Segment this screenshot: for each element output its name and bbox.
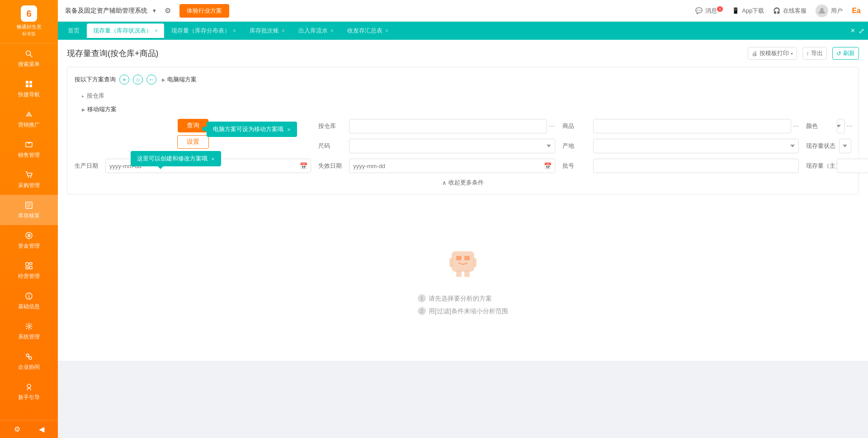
management-icon	[24, 261, 34, 271]
svg-rect-14	[26, 267, 28, 269]
scheme-mobile-item[interactable]: ▶ 移动端方案	[82, 105, 851, 113]
tab-summary-close[interactable]: ×	[385, 28, 388, 34]
refresh-icon: ↺	[836, 50, 841, 57]
origin-select[interactable]	[593, 139, 799, 153]
expire-date-calendar-icon[interactable]: 📅	[544, 162, 552, 170]
sidebar-item-label: 企业协同	[18, 363, 40, 371]
collapse-up-icon: ∧	[442, 179, 447, 186]
export-button[interactable]: ↑ 导出	[802, 47, 827, 60]
produce-date-calendar-icon[interactable]: 📅	[300, 162, 307, 170]
tooltip-pc-text: 电脑方案可设为移动方案哦	[213, 125, 283, 133]
arrow-scheme-btn[interactable]: ←	[146, 75, 156, 85]
tab-stock-dist[interactable]: 现存量（库存分布表） ×	[165, 24, 242, 38]
sidebar-item-guide[interactable]: 新手引导	[0, 377, 58, 407]
reset-button[interactable]: 设置	[177, 135, 209, 149]
tab-inout-close[interactable]: ×	[330, 28, 334, 34]
tab-stock-dist-close[interactable]: ×	[233, 28, 236, 34]
logo-text: 畅通好生意 标准版	[17, 24, 42, 38]
color-select[interactable]	[837, 119, 845, 133]
system-selector[interactable]: ▾	[153, 7, 156, 14]
svg-point-8	[30, 177, 31, 178]
edit-scheme-btn[interactable]: ○	[133, 75, 143, 85]
tooltip-scheme-text: 这里可以创建和修改方案哦	[137, 155, 208, 163]
header-right: 💬 消息 6 📱 App下载 🎧 在线客服 用户 Ea	[695, 5, 861, 17]
notification-action[interactable]: 💬 消息 6	[695, 7, 723, 15]
stock-main-min-input[interactable]	[837, 159, 868, 173]
produce-date-label: 生产日期	[75, 162, 102, 170]
sidebar-item-nav[interactable]: 快捷导航	[0, 74, 58, 104]
color-dots[interactable]: ···	[847, 122, 853, 130]
close-all-icon[interactable]: ×	[851, 27, 855, 35]
filter-origin-row: 产地	[562, 139, 799, 153]
size-select[interactable]	[349, 139, 555, 153]
tab-stock-status-close[interactable]: ×	[155, 28, 158, 34]
sidebar-item-management[interactable]: 经营管理	[0, 255, 58, 286]
expire-date-input[interactable]	[349, 159, 555, 173]
goods-dots[interactable]: ···	[793, 122, 799, 130]
filter-scheme-row: 按以下方案查询 + ○ ← ▶ 电脑端方案	[75, 75, 851, 85]
header: 装备及固定资产辅助管理系统 ▾ ⚙ 体验行业方案 💬 消息 6 📱 App下载 …	[58, 0, 868, 22]
svg-rect-24	[464, 256, 470, 260]
phone-icon: 📱	[732, 7, 739, 14]
search-icon	[24, 49, 34, 59]
sidebar-item-inventory[interactable]: 库存核算	[0, 195, 58, 225]
sidebar-item-basicinfo[interactable]: 基础信息	[0, 286, 58, 316]
tab-summary[interactable]: 收发存汇总表 ×	[341, 24, 395, 38]
notification-icon: 💬	[695, 7, 703, 14]
warehouse-label: 按仓库	[318, 122, 345, 130]
empty-tips: 1 请先选择要分析的方案 2 用[过滤]条件来缩小分析范围	[418, 292, 508, 317]
sidebar-item-sales[interactable]: 销售管理	[0, 134, 58, 165]
sidebar-item-system[interactable]: 系统管理	[0, 316, 58, 346]
sidebar-item-finance[interactable]: 资金管理	[0, 225, 58, 255]
goods-input[interactable]	[593, 119, 791, 133]
app-download-action[interactable]: 📱 App下载	[732, 7, 764, 15]
collapse-sidebar-icon[interactable]: ◀	[39, 425, 44, 433]
stock-status-label: 现存量状态	[806, 142, 835, 150]
sidebar-item-cooperation[interactable]: 企业协同	[0, 346, 58, 377]
collapse-row[interactable]: ∧ 收起更多条件	[75, 179, 851, 187]
sidebar-nav: 搜索菜单 快捷导航 营销推广 销售管理 采购管理	[0, 43, 58, 420]
tooltip-pc-close[interactable]: ×	[287, 126, 291, 133]
add-scheme-btn[interactable]: +	[119, 75, 129, 85]
sidebar-item-label: 营销推广	[18, 121, 40, 129]
nav-icon	[24, 79, 34, 89]
sidebar-item-label: 搜索菜单	[18, 61, 40, 68]
stock-status-select[interactable]	[839, 139, 851, 153]
system-icon	[24, 321, 34, 331]
tab-batch-close[interactable]: ×	[282, 28, 285, 34]
sidebar-item-label: 库存核算	[18, 212, 40, 220]
sidebar-item-label: 资金管理	[18, 242, 40, 250]
fullscreen-icon[interactable]: ⤢	[859, 27, 864, 35]
svg-rect-3	[29, 81, 32, 84]
filter-stock-main-row: 现存量（主） —	[806, 159, 851, 173]
scheme-expand-icon: ▶	[162, 77, 165, 82]
tabs-right-icons: × ⤢	[851, 27, 864, 35]
tab-inout[interactable]: 出入库流水 ×	[292, 24, 340, 38]
page-title-row: 现存量查询(按仓库+商品) 🖨 按模板打印 ▾ ↑ 导出 ↺ 刷新	[67, 47, 859, 60]
batch-input[interactable]	[593, 159, 799, 173]
logo-icon: 6	[21, 5, 37, 22]
online-support-action[interactable]: 🎧 在线客服	[773, 7, 807, 15]
tab-home[interactable]: 首页	[61, 24, 86, 38]
user-action[interactable]: 用户	[816, 5, 843, 17]
tab-stock-status[interactable]: 现存量（库存状况表） ×	[87, 24, 164, 38]
size-label: 尺码	[318, 142, 345, 150]
settings-bottom-icon[interactable]: ⚙	[14, 425, 20, 433]
industry-button[interactable]: 体验行业方案	[179, 4, 229, 18]
svg-rect-27	[456, 270, 462, 277]
tooltip-scheme-close[interactable]: ×	[211, 155, 215, 162]
refresh-button[interactable]: ↺ 刷新	[832, 47, 859, 60]
tabs-bar: 首页 现存量（库存状况表） × 现存量（库存分布表） × 库存批次账 × 出入库…	[58, 22, 868, 40]
sidebar-item-marketing[interactable]: 营销推广	[0, 104, 58, 134]
warehouse-dots[interactable]: ···	[549, 122, 555, 130]
filter-warehouse-row: 按仓库 ···	[318, 119, 555, 133]
scheme-pc-item[interactable]: ▶ 电脑端方案	[162, 75, 197, 84]
tab-inout-label: 出入库流水	[298, 27, 328, 35]
print-button[interactable]: 🖨 按模板打印 ▾	[748, 47, 797, 60]
sidebar-item-search[interactable]: 搜索菜单	[0, 43, 58, 74]
sidebar-item-purchase[interactable]: 采购管理	[0, 165, 58, 195]
filter-area: 按以下方案查询 + ○ ← ▶ 电脑端方案 ▸ 按仓库	[67, 67, 859, 194]
settings-icon[interactable]: ⚙	[161, 5, 174, 17]
tab-batch[interactable]: 库存批次账 ×	[243, 24, 291, 38]
warehouse-input[interactable]	[349, 119, 547, 133]
